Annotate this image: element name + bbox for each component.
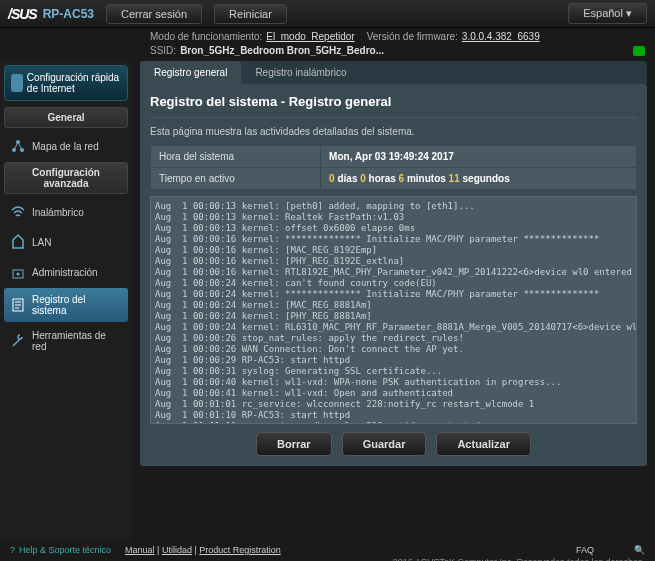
- sidebar-label: Registro del sistema: [32, 294, 122, 316]
- brand-logo: /SUS: [8, 6, 37, 22]
- faq-link[interactable]: FAQ: [576, 545, 594, 555]
- sidebar-label: LAN: [32, 237, 51, 248]
- quick-internet-setup[interactable]: Configuración rápida de Internet: [4, 65, 128, 101]
- model-name: RP-AC53: [43, 7, 94, 21]
- section-general: General: [4, 107, 128, 128]
- tab-bar: Registro general Registro inalámbrico: [140, 61, 647, 84]
- sidebar-label: Herramientas de red: [32, 330, 122, 352]
- ssid-label: SSID:: [150, 45, 176, 56]
- manual-link[interactable]: Manual: [125, 545, 155, 555]
- section-advanced: Configuración avanzada: [4, 162, 128, 194]
- fw-value[interactable]: 3.0.0.4.382_6639: [462, 31, 540, 42]
- table-row: Hora del sistema Mon, Apr 03 19:49:24 20…: [151, 146, 637, 168]
- qis-label: Configuración rápida de Internet: [27, 72, 121, 94]
- clear-button[interactable]: Borrar: [256, 432, 332, 456]
- sidebar-item-network-map[interactable]: Mapa de la red: [4, 132, 128, 160]
- mode-value[interactable]: El_modo_Repetidor: [266, 31, 354, 42]
- top-bar: /SUS RP-AC53 Cerrar sesión Reiniciar Esp…: [0, 0, 655, 28]
- mode-label: Modo de funcionamiento:: [150, 31, 262, 42]
- log-textarea[interactable]: Aug 1 00:00:13 kernel: [peth0] added, ma…: [150, 196, 637, 424]
- utility-link[interactable]: Utilidad: [162, 545, 192, 555]
- tools-icon: [10, 333, 26, 349]
- action-bar: Borrar Guardar Actualizar: [150, 424, 637, 456]
- tab-wireless-log[interactable]: Registro inalámbrico: [241, 61, 360, 84]
- sidebar-item-admin[interactable]: Administración: [4, 258, 128, 286]
- qis-icon: [11, 74, 23, 92]
- uptime-value: 0 días 0 horas 6 minutos 11 segundos: [321, 168, 637, 190]
- help-link[interactable]: Help & Soporte técnico: [19, 545, 111, 555]
- copyright: 2016 ASUSTeK Computer Inc. Reservados to…: [10, 557, 645, 561]
- log-icon: [10, 297, 26, 313]
- table-row: Tiempo en activo 0 días 0 horas 6 minuto…: [151, 168, 637, 190]
- panel-title: Registro del sistema - Registro general: [150, 94, 637, 118]
- info-line-1: Modo de funcionamiento: El_modo_Repetido…: [0, 28, 655, 45]
- svg-point-4: [17, 273, 20, 276]
- sidebar-item-network-tools[interactable]: Herramientas de red: [4, 324, 128, 358]
- ssid-value: Bron_5GHz_Bedroom Bron_5GHz_Bedro...: [180, 45, 384, 56]
- logout-button[interactable]: Cerrar sesión: [106, 4, 202, 24]
- status-icon[interactable]: [633, 46, 645, 56]
- sidebar: Configuración rápida de Internet General…: [0, 61, 132, 541]
- panel: Registro del sistema - Registro general …: [140, 84, 647, 466]
- sidebar-label: Administración: [32, 267, 98, 278]
- info-table: Hora del sistema Mon, Apr 03 19:49:24 20…: [150, 145, 637, 190]
- sidebar-label: Inalámbrico: [32, 207, 84, 218]
- language-label: Español: [583, 7, 623, 19]
- sidebar-item-lan[interactable]: LAN: [4, 228, 128, 256]
- lan-icon: [10, 234, 26, 250]
- footer: ? Help & Soporte técnico Manual | Utilid…: [0, 541, 655, 561]
- admin-icon: [10, 264, 26, 280]
- wireless-icon: [10, 204, 26, 220]
- main-content: Registro general Registro inalámbrico Re…: [132, 61, 655, 541]
- reboot-button[interactable]: Reiniciar: [214, 4, 287, 24]
- systime-value: Mon, Apr 03 19:49:24 2017: [321, 146, 637, 168]
- panel-desc: Esta página muestra las actividades deta…: [150, 118, 637, 145]
- sidebar-item-wireless[interactable]: Inalámbrico: [4, 198, 128, 226]
- prodreg-link[interactable]: Product Registration: [199, 545, 281, 555]
- systime-label: Hora del sistema: [151, 146, 321, 168]
- help-icon: ?: [10, 545, 15, 555]
- sidebar-label: Mapa de la red: [32, 141, 99, 152]
- refresh-button[interactable]: Actualizar: [436, 432, 531, 456]
- footer-links: Manual | Utilidad | Product Registration: [125, 545, 281, 555]
- language-select[interactable]: Español ▾: [568, 3, 647, 24]
- fw-label: Versión de firmware:: [367, 31, 458, 42]
- save-button[interactable]: Guardar: [342, 432, 427, 456]
- tab-general-log[interactable]: Registro general: [140, 61, 241, 84]
- info-line-2: SSID: Bron_5GHz_Bedroom Bron_5GHz_Bedro.…: [0, 45, 655, 61]
- sidebar-item-system-log[interactable]: Registro del sistema: [4, 288, 128, 322]
- network-map-icon: [10, 138, 26, 154]
- uptime-label: Tiempo en activo: [151, 168, 321, 190]
- search-icon[interactable]: 🔍: [634, 545, 645, 555]
